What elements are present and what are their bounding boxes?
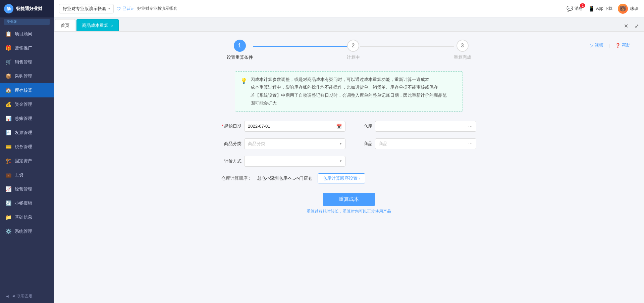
sidebar-item-basic[interactable]: 📁 基础信息 [0,210,54,224]
step-1: 1 设置重算条件 [227,40,253,60]
asset-icon: 🏗️ [5,158,11,164]
message-icon: 💬 [567,5,573,12]
product-placeholder: 商品 [379,141,387,147]
topbar-actions: 💬 消息 1 📱 App 下载 🐻 珠珠 [567,4,639,14]
notice-box: 💡 因成本计算参数调整，或是对商品成本有疑问时，可以通过成本重算功能，重新计算一… [235,71,463,112]
sidebar-item-label: 采购管理 [15,73,32,79]
pricing-dropdown-arrow: ▾ [340,159,342,163]
step-3-circle: 3 [457,40,469,52]
form-row-1: 起始日期 2022-07-01 📅 仓库 ··· [221,121,476,132]
sidebar-item-accounting[interactable]: 📊 总账管理 [0,112,54,126]
finance-icon: 💰 [5,101,11,107]
video-label: 视频 [595,42,603,48]
stepper-help-actions: ▷ 视频 | ❓ 帮助 [590,42,631,48]
sidebar-item-label: 项目顾问 [15,31,32,37]
notice-text: 因成本计算参数调整，或是对商品成本有疑问时，可以通过成本重算功能，重新计算一遍成… [251,76,447,107]
invoice-icon: 🧾 [5,130,11,136]
help-button[interactable]: ❓ 帮助 [615,42,631,48]
warehouse-label: 仓库 [352,123,372,129]
category-dropdown-arrow: ▾ [340,141,342,146]
tab-product-recalc[interactable]: 商品成本重算 × [76,19,119,31]
recalc-hint: 重算过程耗时较长，重算时您可以正常使用产品 [221,209,476,214]
warehouse-input[interactable]: ··· [375,121,476,132]
sidebar-header: 畅 畅捷通好业财 [0,0,54,17]
sidebar-brand: 畅捷通好业财 [16,6,42,12]
message-action[interactable]: 💬 消息 1 [567,5,583,12]
sidebar-item-tax[interactable]: 💳 税务管理 [0,140,54,154]
verified-badge: 🛡 已认证 [116,6,135,11]
start-date-label: 起始日期 [221,123,241,129]
sidebar-item-invoice[interactable]: 🧾 发票管理 [0,126,54,140]
notice-line-3: 若【系统设置】中启用了自动调整记账日期时，会调整入库单的整单记账日期，因此重新计… [251,91,447,99]
category-placeholder: 商品分类 [248,141,265,147]
sidebar-item-project[interactable]: 📋 项目顾问 [0,27,54,41]
tabbar: 首页 商品成本重算 × ✕ ⤢ [54,17,644,32]
sidebar-item-label: 销售管理 [15,59,32,65]
sidebar-item-label: 系统管理 [15,228,32,234]
form-area: 起始日期 2022-07-01 📅 仓库 ··· 商品分 [221,121,476,214]
sidebar-item-asset[interactable]: 🏗️ 固定资产 [0,154,54,168]
sidebar-item-label: 工资 [15,172,23,178]
topbar: 好业财专业版演示帐套 ▾ 🛡 已认证 好业财专业版演示帐套 💬 消息 1 📱 A… [54,0,644,17]
account-name: 好业财专业版演示帐套 [63,6,106,12]
purchase-icon: 📦 [5,73,11,79]
app-download-action[interactable]: 📱 App 下载 [588,5,612,12]
video-button[interactable]: ▷ 视频 [590,42,603,48]
sidebar-item-label: 库存核算 [15,87,32,93]
pricing-select[interactable]: ▾ [244,156,345,167]
form-group-warehouse: 仓库 ··· [352,121,476,132]
sidebar-item-sales[interactable]: 🛒 销售管理 [0,55,54,69]
recalc-button[interactable]: 重算成本 [323,193,375,206]
product-input[interactable]: 商品 ··· [375,138,476,149]
warehouse-order-settings-button[interactable]: 仓库计算顺序设置 › [318,173,365,183]
avatar: 🐻 [618,4,628,14]
tax-icon: 💳 [5,144,11,150]
step-1-circle: 1 [234,40,246,52]
sidebar-edition: 专业版 [4,19,50,25]
warehouse-more-icon[interactable]: ··· [468,123,473,129]
warehouse-order-label: 仓库计算顺序： [221,175,252,181]
category-select[interactable]: 商品分类 ▾ [244,138,345,149]
basic-icon: 📁 [5,214,11,220]
sidebar-item-purchase[interactable]: 📦 采购管理 [0,69,54,83]
project-icon: 📋 [5,31,11,37]
marketing-icon: 🎁 [5,45,11,51]
system-icon: ⚙️ [5,228,11,234]
recalc-section: 重算成本 重算过程耗时较长，重算时您可以正常使用产品 [221,193,476,214]
account-selector[interactable]: 好业财专业版演示帐套 ▾ [59,4,114,13]
sidebar-item-label: 基础信息 [15,214,32,220]
sidebar-item-label: 小畅报销 [15,200,32,206]
sidebar-item-label: 营销推广 [15,45,32,51]
close-window-button[interactable]: ✕ [621,21,631,31]
step-1-label: 设置重算条件 [227,54,253,60]
help-label: 帮助 [622,42,631,48]
sidebar-item-expense[interactable]: 🔄 小畅报销 [0,196,54,210]
step-2-circle: 2 [347,40,359,52]
product-more-icon[interactable]: ··· [468,141,473,147]
sidebar-brand-name: 畅捷通好业财 [16,6,42,12]
tab-close-icon[interactable]: × [111,24,113,28]
help-icon: ❓ [615,43,621,48]
sidebar-item-payroll[interactable]: 💼 工资 [0,168,54,182]
sidebar-item-operation[interactable]: 📈 经营管理 [0,182,54,196]
tab-home[interactable]: 首页 [55,19,75,31]
sidebar-item-finance[interactable]: 💰 资金管理 [0,97,54,112]
sidebar-item-marketing[interactable]: 🎁 营销推广 [0,41,54,55]
pin-label: ◄ 取消固定 [11,293,33,299]
main-area: 好业财专业版演示帐套 ▾ 🛡 已认证 好业财专业版演示帐套 💬 消息 1 📱 A… [54,0,644,303]
tab-home-label: 首页 [61,23,69,29]
start-date-input[interactable]: 2022-07-01 📅 [244,121,345,132]
phone-icon: 📱 [588,5,595,12]
warehouse-order-row: 仓库计算顺序： 总仓->深圳仓库->...->门店仓 仓库计算顺序设置 › [221,173,476,183]
sidebar-item-label: 发票管理 [15,130,32,136]
user-menu[interactable]: 🐻 珠珠 [618,4,639,14]
tab-active-label: 商品成本重算 [82,23,108,29]
sidebar-logo: 畅 [4,4,13,13]
sidebar-item-system[interactable]: ⚙️ 系统管理 [0,224,54,239]
expand-window-button[interactable]: ⤢ [632,21,641,31]
form-row-3: 计价方式 ▾ [221,156,476,167]
sidebar-item-inventory[interactable]: 🏠 库存核算 [0,83,54,97]
sales-icon: 🛒 [5,59,11,65]
product-label: 商品 [352,141,372,147]
sidebar-pin-toggle[interactable]: ◄ ◄ 取消固定 [0,289,54,303]
